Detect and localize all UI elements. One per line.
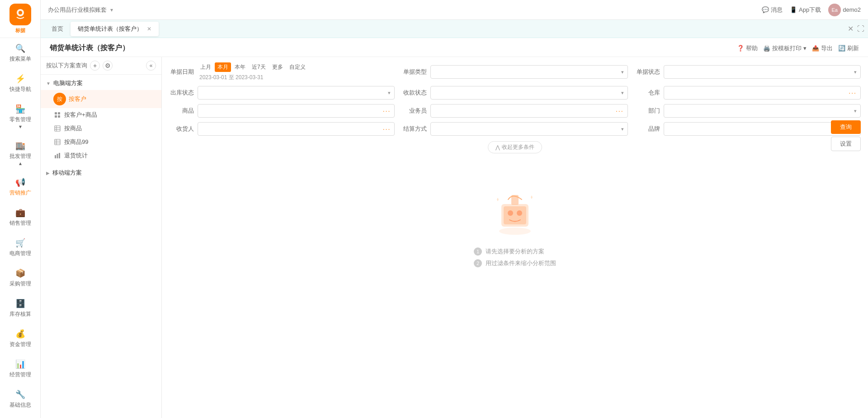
collapse-icon: ⋀ <box>495 144 500 151</box>
user-area[interactable]: Ea demo2 <box>828 4 861 16</box>
product-label: 商品 <box>169 107 194 115</box>
add-scheme-btn[interactable]: + <box>90 61 100 71</box>
tab-home-label: 首页 <box>52 25 63 33</box>
svg-rect-10 <box>55 139 60 145</box>
sidebar-item-search[interactable]: 🔍 搜索菜单 <box>0 38 40 68</box>
sidebar-item-sales[interactable]: 💼 销售管理 <box>0 202 40 233</box>
date-tab-this-month[interactable]: 本月 <box>215 62 231 72</box>
tab-close-btn[interactable]: ✕ <box>147 26 151 32</box>
ecommerce-icon: 🛒 <box>15 238 25 248</box>
hint-num-1: 1 <box>474 247 482 256</box>
sidebar-item-search-label: 搜索菜单 <box>9 55 31 63</box>
order-type-select[interactable]: ▾ <box>430 65 627 79</box>
collapse-conditions-btn[interactable]: ⋀ 收起更多条件 <box>488 141 542 153</box>
sidebar-item-finance[interactable]: 💰 资金管理 <box>0 323 40 354</box>
tab-maximize-btn[interactable]: ⛶ <box>857 25 864 33</box>
tab-sales-stats[interactable]: 销货单统计表（按客户） ✕ <box>71 22 159 36</box>
sidebar-item-purchase[interactable]: 📦 采购管理 <box>0 263 40 293</box>
empty-hint-2-text: 用过滤条件来缩小分析范围 <box>486 259 556 267</box>
settings-btn[interactable]: 设置 <box>831 137 861 151</box>
receiver-select[interactable]: ··· <box>198 122 395 136</box>
sidebar-item-wholesale[interactable]: 🏬 批发管理 ▴ <box>0 135 40 172</box>
date-tabs: 上月 本月 本年 近7天 更多 自定义 <box>198 62 395 72</box>
sidebar-item-inventory[interactable]: 🗄️ 库存核算 <box>0 293 40 323</box>
order-type-row: 单据类型 ▾ <box>402 62 627 81</box>
salesperson-select[interactable]: ··· <box>430 104 627 118</box>
date-tab-more[interactable]: 更多 <box>269 62 286 72</box>
department-label: 部门 <box>635 107 660 115</box>
tree-parent-desktop[interactable]: ▼ 电脑端方案 <box>41 76 161 90</box>
right-filter-panel: 单据日期 上月 本月 本年 近7天 更多 自定义 2023-03-01 至 20… <box>162 57 868 418</box>
logo-icon <box>9 4 31 25</box>
tree-child-by-product-99[interactable]: 按商品99 <box>41 135 161 149</box>
department-select[interactable]: ▾ <box>664 104 861 118</box>
tree-child-by-customer[interactable]: 按 按客户 <box>41 90 161 108</box>
breadcrumb-text: 办公用品行业模拟账套 <box>48 6 107 14</box>
tree-arrow-desktop: ▼ <box>46 81 51 86</box>
page-actions: ❓ 帮助 🖨️ 按模板打印 ▾ 📤 导出 🔄 刷新 <box>737 44 859 52</box>
empty-hint-1-text: 请先选择要分析的方案 <box>486 247 544 256</box>
table-icon <box>53 124 61 133</box>
help-btn[interactable]: ❓ 帮助 <box>737 44 758 52</box>
export-btn[interactable]: 📤 导出 <box>812 44 833 52</box>
order-status-select[interactable]: ▾ <box>664 65 861 79</box>
receiver-dots: ··· <box>383 125 391 133</box>
warehouse-dots: ··· <box>849 89 857 96</box>
app-download-btn[interactable]: 📱 App下载 <box>790 6 821 14</box>
retail-icon: 🏪 <box>15 104 25 114</box>
wholesale-icon: 🏬 <box>15 141 25 151</box>
brand-label: 品牌 <box>635 125 660 133</box>
out-status-select[interactable]: ▾ <box>198 86 395 100</box>
warehouse-select[interactable]: ··· <box>664 86 861 100</box>
print-btn[interactable]: 🖨️ 按模板打印 ▾ <box>763 44 807 52</box>
date-tab-custom[interactable]: 自定义 <box>287 62 308 72</box>
svg-rect-3 <box>58 112 60 114</box>
sidebar-item-retail[interactable]: 🏪 零售管理 ▾ <box>0 99 40 135</box>
sidebar-item-inventory-label: 库存核算 <box>9 310 31 318</box>
empty-hint-2: 2 用过滤条件来缩小分析范围 <box>474 259 556 267</box>
collapse-panel-btn[interactable]: « <box>146 61 156 71</box>
sidebar-item-basic[interactable]: 🔧 基础信息 <box>0 384 40 414</box>
sidebar-item-quicknav[interactable]: ⚡ 快捷导航 <box>0 68 40 99</box>
print-icon: 🖨️ <box>763 45 770 52</box>
date-tab-last-month[interactable]: 上月 <box>198 62 214 72</box>
page-content: 销货单统计表（按客户） ❓ 帮助 🖨️ 按模板打印 ▾ 📤 导出 🔄 刷新 <box>41 38 868 418</box>
tree-group-mobile: ▶ 移动端方案 <box>41 164 161 181</box>
tree-child-by-customer-product[interactable]: 按客户+商品 <box>41 108 161 122</box>
date-range-value: 2023-03-01 至 2023-03-31 <box>199 74 395 81</box>
empty-state: 1 请先选择要分析的方案 2 用过滤条件来缩小分析范围 <box>169 159 861 294</box>
tree-child-return-stats-label: 退货统计 <box>64 152 88 160</box>
help-icon: ❓ <box>737 45 744 52</box>
payment-method-label: 结算方式 <box>402 125 427 133</box>
refresh-btn[interactable]: 🔄 刷新 <box>838 44 859 52</box>
download-icon: 📱 <box>790 6 797 13</box>
export-label: 导出 <box>821 44 833 52</box>
order-status-label: 单据状态 <box>635 68 660 76</box>
tree-child-by-product[interactable]: 按商品 <box>41 122 161 135</box>
order-type-arrow: ▾ <box>621 69 624 75</box>
date-tab-last7[interactable]: 近7天 <box>249 62 269 72</box>
date-tab-this-year[interactable]: 本年 <box>232 62 248 72</box>
query-btn[interactable]: 查询 <box>831 120 861 134</box>
sidebar-item-ecommerce[interactable]: 🛒 电商管理 <box>0 233 40 263</box>
tab-close-window-btn[interactable]: ✕ <box>848 24 854 33</box>
message-btn[interactable]: 💬 消息 <box>762 6 783 14</box>
date-filter-row: 单据日期 上月 本月 本年 近7天 更多 自定义 2023-03-01 至 20… <box>169 62 395 81</box>
sidebar-item-operations[interactable]: 📊 经营管理 <box>0 354 40 384</box>
payment-method-select[interactable]: ▾ <box>430 122 627 136</box>
header-dropdown[interactable]: ▾ <box>110 7 113 13</box>
sales-icon: 💼 <box>15 208 25 218</box>
message-icon: 💬 <box>762 6 769 13</box>
product-select[interactable]: ··· <box>198 104 395 118</box>
tree-child-return-stats[interactable]: 退货统计 <box>41 149 161 162</box>
tree-parent-mobile[interactable]: ▶ 移动端方案 <box>41 166 161 180</box>
quicknav-icon: ⚡ <box>15 74 25 84</box>
sidebar-item-marketing[interactable]: 📢 营销推广 <box>0 172 40 202</box>
edit-scheme-btn[interactable]: ⚙ <box>103 61 113 71</box>
svg-rect-15 <box>57 154 58 158</box>
sidebar-item-system[interactable]: ⚙️ 系统管理 <box>0 414 40 418</box>
help-label: 帮助 <box>746 44 758 52</box>
tab-home[interactable]: 首页 <box>44 22 71 36</box>
sidebar: 标据 🔍 搜索菜单 ⚡ 快捷导航 🏪 零售管理 ▾ 🏬 批发管理 ▴ 📢 营销推… <box>0 0 41 418</box>
payment-status-select[interactable]: ▾ <box>430 86 627 100</box>
